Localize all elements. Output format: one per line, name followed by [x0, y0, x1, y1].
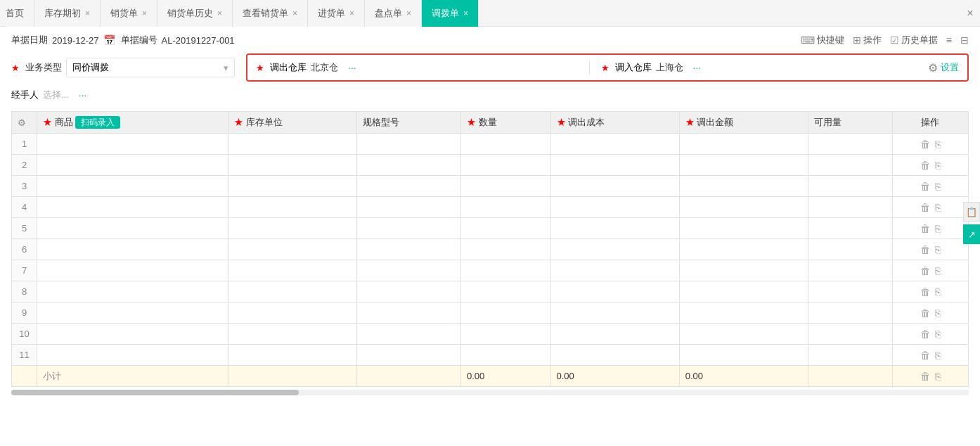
row-amount-5[interactable]: [679, 218, 808, 239]
row-unit-9[interactable]: [228, 302, 357, 324]
row-avail-3[interactable]: [808, 176, 892, 197]
row-amount-6[interactable]: [679, 239, 808, 260]
row-spec-11[interactable]: [357, 345, 461, 366]
tab-inventory-check[interactable]: 盘点单 ×: [365, 0, 422, 27]
row-avail-2[interactable]: [808, 155, 892, 176]
row-unit-2[interactable]: [228, 155, 357, 176]
expand-icon-btn[interactable]: ↗: [963, 224, 980, 244]
operation-btn[interactable]: ⊞ 操作: [853, 34, 882, 46]
row-goods-10[interactable]: [37, 324, 228, 345]
row-qty-4[interactable]: [460, 197, 550, 218]
warehouse-setting-icon[interactable]: ⚙: [928, 61, 938, 75]
window-close-button[interactable]: ×: [960, 0, 980, 27]
horizontal-scrollbar[interactable]: [11, 390, 969, 395]
tab-purchase-close[interactable]: ×: [349, 8, 354, 18]
row-cost-11[interactable]: [550, 345, 679, 366]
copy-icon-row-1[interactable]: ⎘: [935, 139, 941, 150]
row-avail-8[interactable]: [808, 281, 892, 302]
row-avail-7[interactable]: [808, 260, 892, 281]
row-goods-9[interactable]: [37, 302, 228, 324]
tab-purchase[interactable]: 进货单 ×: [308, 0, 365, 27]
th-settings[interactable]: ⚙: [12, 112, 37, 134]
row-cost-3[interactable]: [550, 176, 679, 197]
row-cost-7[interactable]: [550, 260, 679, 281]
row-cost-4[interactable]: [550, 197, 679, 218]
layout-grid-btn[interactable]: ⊟: [960, 34, 969, 46]
row-cost-8[interactable]: [550, 281, 679, 302]
shortcut-btn[interactable]: ⌨ 快捷键: [801, 34, 844, 46]
row-goods-5[interactable]: [37, 218, 228, 239]
row-qty-2[interactable]: [460, 155, 550, 176]
row-cost-9[interactable]: [550, 302, 679, 324]
row-unit-8[interactable]: [228, 281, 357, 302]
delete-icon-row-9[interactable]: 🗑: [920, 307, 930, 319]
row-goods-2[interactable]: [37, 155, 228, 176]
copy-icon-row-2[interactable]: ⎘: [935, 160, 941, 171]
row-amount-4[interactable]: [679, 197, 808, 218]
row-avail-5[interactable]: [808, 218, 892, 239]
row-qty-1[interactable]: [460, 134, 550, 155]
tab-sales-order-close[interactable]: ×: [142, 8, 147, 18]
row-spec-6[interactable]: [357, 239, 461, 260]
tab-transfer-close[interactable]: ×: [463, 8, 468, 18]
delete-icon-row-11[interactable]: 🗑: [920, 350, 930, 361]
row-qty-10[interactable]: [460, 324, 550, 345]
row-cost-6[interactable]: [550, 239, 679, 260]
tab-home[interactable]: 首页: [6, 0, 34, 27]
delete-icon-row-2[interactable]: 🗑: [920, 160, 930, 171]
row-cost-1[interactable]: [550, 134, 679, 155]
row-spec-5[interactable]: [357, 218, 461, 239]
calendar-icon[interactable]: 📅: [103, 34, 115, 46]
row-amount-7[interactable]: [679, 260, 808, 281]
history-btn[interactable]: ☑ 历史单据: [890, 34, 938, 46]
copy-icon-row-8[interactable]: ⎘: [935, 286, 941, 298]
row-amount-2[interactable]: [679, 155, 808, 176]
row-goods-3[interactable]: [37, 176, 228, 197]
row-unit-1[interactable]: [228, 134, 357, 155]
tab-inventory-init[interactable]: 库存期初 ×: [34, 0, 101, 27]
row-cost-2[interactable]: [550, 155, 679, 176]
row-qty-6[interactable]: [460, 239, 550, 260]
row-qty-7[interactable]: [460, 260, 550, 281]
row-goods-6[interactable]: [37, 239, 228, 260]
row-goods-8[interactable]: [37, 281, 228, 302]
subtotal-copy-icon[interactable]: ⎘: [935, 371, 941, 382]
row-amount-9[interactable]: [679, 302, 808, 324]
tab-transfer[interactable]: 调拨单 ×: [422, 0, 479, 27]
row-unit-4[interactable]: [228, 197, 357, 218]
row-spec-10[interactable]: [357, 324, 461, 345]
row-unit-5[interactable]: [228, 218, 357, 239]
row-goods-1[interactable]: [37, 134, 228, 155]
row-goods-11[interactable]: [37, 345, 228, 366]
row-qty-9[interactable]: [460, 302, 550, 324]
row-unit-10[interactable]: [228, 324, 357, 345]
row-avail-10[interactable]: [808, 324, 892, 345]
copy-icon-row-10[interactable]: ⎘: [935, 329, 941, 340]
row-unit-11[interactable]: [228, 345, 357, 366]
business-type-select[interactable]: 同价调拨 ▾: [66, 58, 235, 77]
row-qty-8[interactable]: [460, 281, 550, 302]
row-spec-3[interactable]: [357, 176, 461, 197]
row-amount-11[interactable]: [679, 345, 808, 366]
delete-icon-row-5[interactable]: 🗑: [920, 223, 930, 234]
row-cost-10[interactable]: [550, 324, 679, 345]
row-spec-1[interactable]: [357, 134, 461, 155]
copy-icon-row-11[interactable]: ⎘: [935, 350, 941, 361]
row-avail-11[interactable]: [808, 345, 892, 366]
row-avail-6[interactable]: [808, 239, 892, 260]
delete-icon-row-10[interactable]: 🗑: [920, 329, 930, 340]
row-goods-7[interactable]: [37, 260, 228, 281]
out-warehouse-more-btn[interactable]: ···: [348, 62, 356, 73]
row-qty-3[interactable]: [460, 176, 550, 197]
row-unit-3[interactable]: [228, 176, 357, 197]
tab-sales-history-close[interactable]: ×: [217, 8, 222, 18]
row-spec-7[interactable]: [357, 260, 461, 281]
copy-icon-row-9[interactable]: ⎘: [935, 307, 941, 319]
row-amount-1[interactable]: [679, 134, 808, 155]
row-avail-1[interactable]: [808, 134, 892, 155]
row-unit-6[interactable]: [228, 239, 357, 260]
row-unit-7[interactable]: [228, 260, 357, 281]
row-spec-4[interactable]: [357, 197, 461, 218]
row-avail-4[interactable]: [808, 197, 892, 218]
row-goods-4[interactable]: [37, 197, 228, 218]
